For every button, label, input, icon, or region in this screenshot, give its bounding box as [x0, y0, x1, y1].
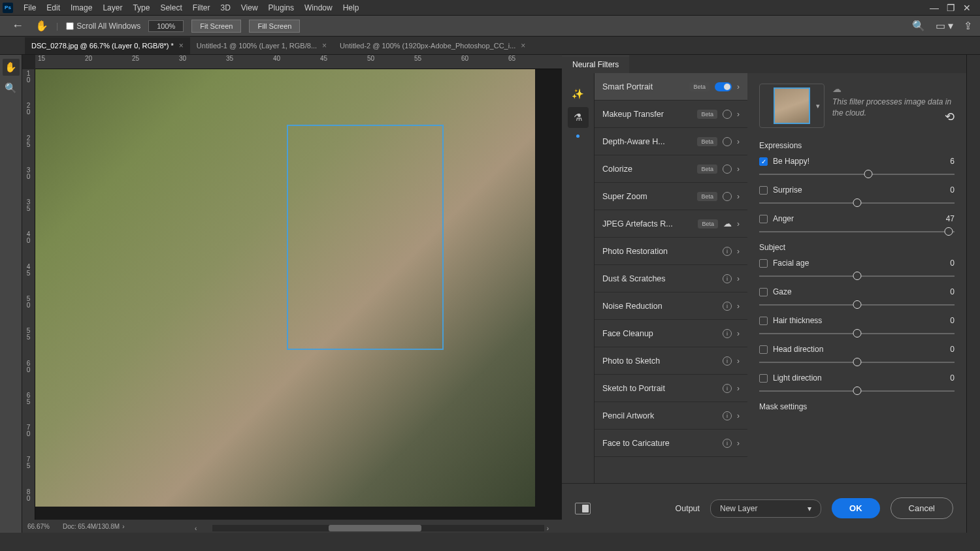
slider-track[interactable] [759, 276, 955, 277]
search-icon[interactable]: 🔍 [912, 20, 925, 32]
slider-thumb[interactable] [853, 329, 861, 338]
slider-thumb[interactable] [853, 272, 861, 280]
filter-toggle[interactable] [723, 165, 732, 174]
filter-toggle[interactable] [723, 192, 732, 201]
tab-close-icon[interactable]: × [179, 41, 184, 50]
menu-select[interactable]: Select [155, 1, 187, 15]
info-icon[interactable]: i [723, 411, 732, 420]
slider-track[interactable] [759, 304, 955, 306]
menu-help[interactable]: Help [338, 1, 365, 15]
slider-track[interactable] [759, 362, 955, 363]
info-icon[interactable]: i [723, 274, 732, 283]
filter-row[interactable]: ColorizeBeta› [595, 155, 747, 183]
filter-row[interactable]: Photo Restorationi› [595, 238, 747, 265]
face-selector[interactable]: ▾ [759, 84, 825, 128]
neural-filters-tab[interactable]: Neural Filters [562, 55, 629, 73]
filter-row[interactable]: Pencil Artworki› [595, 402, 747, 430]
filter-row[interactable]: Photo to Sketchi› [595, 347, 747, 375]
slider-track[interactable] [759, 231, 955, 232]
canvas-viewport[interactable] [35, 69, 562, 520]
zoom-tool[interactable]: 🔍 [3, 80, 20, 97]
slider-checkbox[interactable] [759, 288, 768, 296]
reset-icon[interactable]: ⟲ [945, 110, 955, 124]
menu-file[interactable]: File [18, 1, 41, 15]
slider-thumb[interactable] [853, 358, 861, 366]
document-tab[interactable]: DSC_0278.jpg @ 66.7% (Layer 0, RGB/8*) *… [25, 37, 190, 54]
slider-track[interactable] [759, 390, 955, 392]
share-icon[interactable]: ⇪ [964, 20, 972, 32]
close-button[interactable]: ✕ [963, 3, 971, 13]
slider-track[interactable] [759, 202, 955, 204]
info-icon[interactable]: i [723, 439, 732, 448]
slider-checkbox[interactable] [759, 215, 768, 223]
filter-toggle[interactable] [723, 110, 732, 119]
menu-type[interactable]: Type [127, 1, 155, 15]
filter-toggle[interactable] [715, 82, 732, 91]
slider-thumb[interactable] [853, 300, 861, 309]
slider-checkbox[interactable]: ✓ [759, 157, 768, 166]
info-icon[interactable]: i [723, 356, 732, 366]
filter-row[interactable]: Face Cleanupi› [595, 320, 747, 347]
doc-size-readout[interactable]: Doc: 65.4M/130.8M [63, 523, 120, 530]
hand-tool[interactable]: ✋ [3, 59, 20, 76]
slider-thumb[interactable] [853, 386, 861, 395]
hand-tool-icon[interactable]: ✋ [35, 20, 48, 32]
slider-thumb[interactable] [864, 170, 873, 178]
layer-mask-icon[interactable] [575, 503, 591, 514]
info-icon[interactable]: i [723, 247, 732, 256]
slider-checkbox[interactable] [759, 259, 768, 268]
beta-category-icon[interactable]: ⚗ [568, 107, 589, 128]
menu-view[interactable]: View [236, 1, 263, 15]
tab-close-icon[interactable]: × [521, 41, 525, 50]
slider-thumb[interactable] [945, 227, 953, 236]
workspace-chooser-icon[interactable]: ▭ ▾ [936, 20, 953, 32]
document-tab[interactable]: Untitled-1 @ 100% (Layer 1, RGB/8...× [190, 37, 333, 54]
menu-filter[interactable]: Filter [188, 1, 216, 15]
filter-row[interactable]: Super ZoomBeta› [595, 183, 747, 210]
filter-row[interactable]: Dust & Scratchesi› [595, 265, 747, 292]
slider-checkbox[interactable] [759, 186, 768, 195]
menu-3d[interactable]: 3D [215, 1, 235, 15]
collapsed-panel-dock[interactable] [967, 55, 980, 533]
cloud-download-icon[interactable]: ☁ [723, 219, 732, 228]
filter-row[interactable]: Makeup TransferBeta› [595, 101, 747, 128]
output-select[interactable]: New Layer ▾ [710, 499, 821, 518]
filter-row[interactable]: Smart PortraitBeta› [595, 73, 747, 101]
filter-row[interactable]: Sketch to Portraiti› [595, 375, 747, 402]
slider-checkbox[interactable] [759, 317, 768, 325]
info-icon[interactable]: i [723, 302, 732, 311]
minimize-button[interactable]: — [930, 3, 939, 13]
menu-image[interactable]: Image [65, 1, 97, 15]
document-tab[interactable]: Untitled-2 @ 100% (1920px-Adobe_Photosho… [333, 37, 532, 54]
filter-row[interactable]: JPEG Artefacts R...Beta☁› [595, 210, 747, 238]
zoom-readout[interactable]: 66.67% [27, 523, 50, 530]
slider-track[interactable] [759, 174, 955, 175]
menu-layer[interactable]: Layer [97, 1, 127, 15]
filter-toggle[interactable] [723, 137, 732, 146]
status-chevron-icon[interactable]: › [122, 523, 124, 530]
tab-close-icon[interactable]: × [322, 41, 327, 50]
ok-button[interactable]: OK [832, 498, 880, 518]
cancel-button[interactable]: Cancel [890, 497, 953, 519]
menu-edit[interactable]: Edit [41, 1, 65, 15]
maximize-button[interactable]: ❐ [947, 3, 955, 13]
featured-category-icon[interactable]: ✨ [568, 84, 589, 104]
filter-row[interactable]: Depth-Aware H...Beta› [595, 128, 747, 155]
info-icon[interactable]: i [723, 384, 732, 393]
menu-plugins[interactable]: Plugins [263, 1, 299, 15]
slider-track[interactable] [759, 333, 955, 334]
horizontal-scrollbar[interactable]: ‹ › [192, 524, 551, 533]
home-button[interactable]: ← [8, 18, 27, 34]
scroll-all-checkbox[interactable]: Scroll All Windows [66, 22, 140, 31]
zoom-input[interactable]: 100% [148, 20, 184, 32]
slider-thumb[interactable] [853, 198, 861, 207]
slider-checkbox[interactable] [759, 345, 768, 354]
slider-checkbox[interactable] [759, 374, 768, 383]
menu-window[interactable]: Window [299, 1, 338, 15]
filter-row[interactable]: Noise Reductioni› [595, 292, 747, 320]
mask-settings-heading[interactable]: Mask settings [759, 402, 955, 411]
fill-screen-button[interactable]: Fill Screen [249, 20, 300, 33]
fit-screen-button[interactable]: Fit Screen [191, 20, 241, 33]
filter-row[interactable]: Face to Caricaturei› [595, 430, 747, 457]
info-icon[interactable]: i [723, 329, 732, 338]
